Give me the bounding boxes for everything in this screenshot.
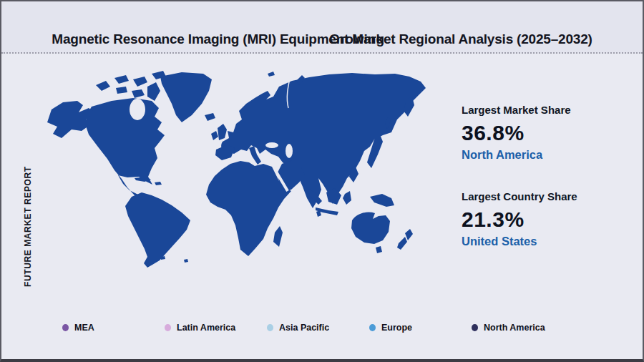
region-arctic-islands [96,71,166,101]
legend-item-latin-america: Latin America [165,321,235,334]
legend-swatch-icon [369,324,376,331]
continent-south-america [125,192,190,268]
continent-australia [351,212,390,244]
stat-region: United States [462,235,640,248]
region-new-zealand [397,229,413,250]
region-svalbard-novaya [268,72,305,85]
legend-item-north-america: North America [472,321,545,334]
legend-label: Latin America [177,323,235,333]
sea-hudson-bay [130,99,145,120]
world-map-svg [46,69,464,291]
sea-caspian [286,144,293,158]
report-frame: Magnetic Resonance Imaging (MRI) Equipme… [0,0,644,362]
region-ireland [211,131,218,140]
legend-item-europe: Europe [369,321,412,334]
world-map [46,69,464,291]
region-uk [218,124,227,140]
stat-value: 21.3% [462,207,640,232]
region-iceland [205,113,215,121]
legend-label: MEA [74,323,94,333]
map-legend: MEA Latin America Asia Pacific Europe No… [1,321,643,336]
region-tasmania [376,246,382,253]
legend-swatch-icon [62,324,69,331]
legend-label: North America [484,323,545,333]
legend-item-mea: MEA [62,321,94,334]
report-header: Magnetic Resonance Imaging (MRI) Equipme… [1,1,643,54]
region-south-atlantic-islands [160,256,188,263]
stat-label: Largest Market Share [462,104,640,116]
legend-label: Europe [381,323,412,333]
stat-largest-market-share: Largest Market Share 36.8% North America [462,104,640,162]
legend-label: Asia Pacific [279,323,329,333]
report-title-overlay-text: Growing [329,31,384,47]
legend-swatch-icon [165,324,171,331]
stat-label: Largest Country Share [462,190,640,202]
legend-swatch-icon [267,324,273,331]
world-map-land [47,71,426,268]
region-madagascar [273,226,283,247]
brand-vertical-label: FUTURE MARKET REPORT [23,162,39,291]
continent-north-america [85,98,165,206]
region-iberia [215,145,235,160]
report-title: Magnetic Resonance Imaging (MRI) Equipme… [1,31,643,47]
stat-largest-country-share: Largest Country Share 21.3% United State… [462,190,640,248]
legend-swatch-icon [472,324,478,331]
stat-value: 36.8% [462,121,640,145]
stat-region: North America [462,148,640,162]
sea-black-sea [265,142,278,148]
region-greenland [160,72,212,122]
legend-item-asia-pacific: Asia Pacific [267,321,329,334]
